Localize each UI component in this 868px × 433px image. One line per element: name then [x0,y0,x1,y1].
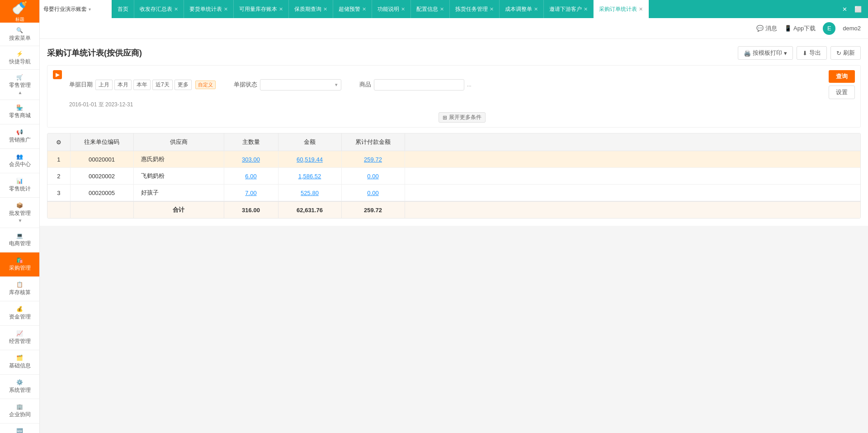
cell-amount[interactable]: 60,519.44 [278,151,341,168]
ecommerce-icon: 💻 [16,233,23,239]
cell-qty[interactable]: 6.00 [224,168,278,185]
app-label: App下载 [793,24,816,33]
cell-qty[interactable]: 303.00 [224,151,278,168]
expand-conditions-btn[interactable]: ⊞ 展开更多条件 [439,112,486,123]
table-footer-row: 合计 316.00 62,631.76 259.72 [47,201,860,218]
sidebar-search-item[interactable]: 🔍 搜索菜单 [0,23,39,46]
print-icon: 🖨️ [744,50,751,57]
custom-date-badge: 自定义 [195,81,216,89]
cell-paid[interactable]: 259.72 [341,151,405,168]
tab-label: 首页 [118,5,128,13]
tab-task[interactable]: 拣货任务管理 ✕ [450,0,500,18]
expand-row: ⊞ 展开更多条件 [69,112,855,123]
tab-label: 拣货任务管理 [455,5,488,13]
sidebar-item-enterprise[interactable]: 🏢 企业协同 [0,399,39,423]
sidebar-item-marketing[interactable]: 📢 营销推广 [0,124,39,149]
shortcut-this-year[interactable]: 本年 [133,80,151,90]
tab-config[interactable]: 配置信息 ✕ [411,0,450,18]
close-icon[interactable]: ✕ [174,6,178,12]
enterprise-icon: 🏢 [16,404,23,410]
table-row: 1 00020001 惠氏奶粉 303.00 60,519.44 259.72 [47,151,860,168]
cell-amount[interactable]: 1,586.52 [278,168,341,185]
close-window-btn[interactable]: ✕ [840,5,849,14]
tab-cost[interactable]: 成本调整单 ✕ [500,0,544,18]
sidebar-item-wholesale[interactable]: 📦 批发管理 ▼ [0,198,39,228]
user-avatar[interactable]: E [823,22,835,35]
sidebar-item-retail-shop[interactable]: 🏪 零售商城 [0,100,39,124]
sidebar-item-retail[interactable]: 🛒 零售管理 ▲ [0,70,39,100]
tab-label: 功能说明 [377,5,399,13]
cell-qty[interactable]: 7.00 [224,185,278,202]
close-icon[interactable]: ✕ [440,6,444,12]
filter-status-item: 单据状态 [234,79,341,90]
close-icon[interactable]: ✕ [639,6,643,12]
account-dropdown[interactable]: 母婴行业演示账套 ▾ [40,0,112,18]
tab-overstock[interactable]: 超储预警 ✕ [333,0,372,18]
shortcut-last-month[interactable]: 上月 [95,80,113,90]
sidebar-item-purchase[interactable]: 🛍️ 采购管理 [0,252,39,277]
goods-input[interactable] [374,79,464,90]
logo-icon: 🍼 [12,0,28,15]
tab-label: 要货单统计表 [189,5,222,13]
shortcut-7days[interactable]: 近7天 [152,80,173,90]
close-icon[interactable]: ✕ [362,6,366,12]
sidebar-item-label: 采购管理 [9,264,31,272]
shortcut-this-month[interactable]: 本月 [114,80,132,90]
gear-icon: ⚙ [56,139,61,146]
refresh-btn[interactable]: ↻ 刷新 [830,46,861,60]
header-app-btn[interactable]: 📱 App下载 [784,24,816,33]
sidebar-nav-label: 快捷导航 [2,58,38,66]
tab-label: 可用量库存账本 [239,5,277,13]
tab-stock-book[interactable]: 可用量库存账本 ✕ [234,0,289,18]
shortcut-more[interactable]: 更多 [175,80,192,90]
tab-home[interactable]: 首页 [112,0,134,18]
user-name[interactable]: demo2 [843,25,861,32]
cell-paid[interactable]: 0.00 [341,168,405,185]
sidebar-item-basic[interactable]: 🗂️ 基础信息 [0,350,39,375]
sidebar-item-inventory[interactable]: 📋 库存核算 [0,277,39,301]
sidebar-item-operations[interactable]: 📈 经营管理 [0,326,39,350]
tab-receive[interactable]: 收发存汇总表 ✕ [134,0,184,18]
close-icon[interactable]: ✕ [584,6,588,12]
date-label: 单据日期 [69,81,93,89]
sidebar-nav-item[interactable]: ⚡ 快捷导航 [0,46,39,70]
filter-toggle-btn[interactable]: ▶ [53,70,62,79]
close-icon[interactable]: ✕ [224,6,228,12]
header-msg-btn[interactable]: 💬 消息 [756,24,777,33]
basic-icon: 🗂️ [16,355,23,361]
status-select[interactable] [260,79,341,90]
cell-extra [405,185,860,202]
search-icon: 🔍 [2,27,38,33]
print-btn[interactable]: 🖨️ 按模板打印 ▾ [738,46,793,60]
tab-purchase-stats[interactable]: 采购订单统计表 ✕ [594,0,649,18]
cell-amount[interactable]: 525.80 [278,185,341,202]
tab-expiry[interactable]: 保质期查询 ✕ [289,0,333,18]
sidebar-item-ecommerce[interactable]: 💻 电商管理 [0,228,39,252]
close-icon[interactable]: ✕ [279,6,283,12]
col-settings-icon[interactable]: ⚙ [47,133,70,151]
more-options-btn[interactable]: ... [467,81,472,88]
query-btn[interactable]: 查询 [829,70,855,83]
settings-btn[interactable]: 设置 [829,86,855,99]
close-icon[interactable]: ✕ [534,6,538,12]
filter-row-1: 单据日期 上月 本月 本年 近7天 更多 自定义 [69,70,855,99]
tab-label: 采购订单统计表 [599,5,637,13]
sidebar-item-retail-stats[interactable]: 📊 零售统计 [0,173,39,198]
tab-order-stats[interactable]: 要货单统计表 ✕ [184,0,234,18]
close-icon[interactable]: ✕ [323,6,327,12]
col-code-header: 往来单位编码 [70,133,133,151]
msg-label: 消息 [765,24,777,33]
close-icon[interactable]: ✕ [490,6,494,12]
maximize-window-btn[interactable]: ⬜ [853,5,863,14]
sidebar-item-system[interactable]: ⚙️ 系统管理 [0,375,39,399]
export-btn[interactable]: ⬇ 导出 [797,46,827,60]
sidebar-item-finance[interactable]: 💰 资金管理 [0,301,39,326]
sidebar-item-members[interactable]: 👥 会员中心 [0,149,39,173]
sidebar-item-newbie[interactable]: 🆕 新手引导 [0,423,39,433]
page-content: 采购订单统计表(按供应商) 🖨️ 按模板打印 ▾ ⬇ 导出 ↻ 刷新 [40,39,868,433]
tab-invite[interactable]: 邀请下游客户 ✕ [544,0,594,18]
cell-paid[interactable]: 0.00 [341,185,405,202]
tab-function[interactable]: 功能说明 ✕ [372,0,411,18]
close-icon[interactable]: ✕ [401,6,405,12]
footer-amount: 62,631.76 [278,201,341,218]
